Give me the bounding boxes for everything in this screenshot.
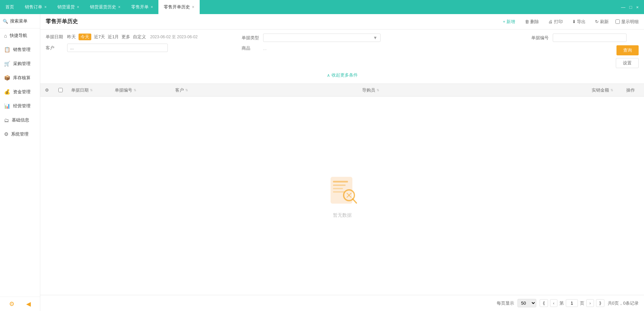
- th-guide-sort-icon: ⇅: [377, 88, 379, 92]
- th-checkbox[interactable]: [54, 85, 67, 95]
- tab-retail-open[interactable]: 零售开单 ×: [126, 0, 158, 14]
- per-page-select[interactable]: 50 10 20 100: [517, 299, 536, 307]
- sidebar-item-system[interactable]: ⚙ 系统管理: [0, 127, 40, 141]
- basic-info-icon: 🗂: [4, 117, 9, 123]
- svg-rect-1: [333, 181, 348, 183]
- bill-type-select[interactable]: ▼: [263, 34, 381, 42]
- sidebar-item-sales-mgmt[interactable]: 📋 销售管理: [0, 43, 40, 57]
- page-first-btn[interactable]: ⟪: [540, 299, 548, 307]
- th-customer-sort-icon: ⇅: [185, 88, 188, 92]
- svg-rect-2: [333, 185, 346, 186]
- sidebar-collapse-btn[interactable]: ◀: [26, 300, 31, 308]
- refresh-button[interactable]: ↻ 刷新: [592, 17, 611, 26]
- sidebar-item-sales-mgmt-label: 销售管理: [13, 47, 31, 53]
- sidebar-item-purchase-mgmt[interactable]: 🛒 采购管理: [0, 57, 40, 71]
- tab-sales-order[interactable]: 销售订单 ×: [19, 0, 52, 14]
- bill-type-label: 单据类型: [242, 35, 260, 41]
- sidebar-item-finance[interactable]: 💰 资金管理: [0, 85, 40, 99]
- date-opt-today[interactable]: 今天: [79, 34, 91, 40]
- page-next-btn[interactable]: ›: [586, 299, 594, 307]
- date-opt-7days[interactable]: 近7天: [94, 34, 105, 40]
- sidebar-settings-btn[interactable]: ⚙: [9, 300, 14, 308]
- date-filter-label: 单据日期: [46, 34, 64, 40]
- tab-sales-return-history[interactable]: 销货退货历史 ×: [85, 0, 126, 14]
- sidebar-item-system-label: 系统管理: [11, 131, 29, 137]
- tab-sales-return-close[interactable]: ×: [77, 5, 79, 9]
- sidebar-item-basic-info[interactable]: 🗂 基础信息: [0, 113, 40, 127]
- th-op-label: 操作: [626, 87, 635, 93]
- content: 零售开单历史 + 新增 🗑 删除 🖨 打印 ⬇ 导出 ↻ 刷新 显示明细: [40, 14, 644, 311]
- print-button[interactable]: 🖨 打印: [546, 17, 565, 26]
- delete-button[interactable]: 🗑 删除: [522, 17, 542, 26]
- customer-filter-row: 客户: [46, 44, 234, 52]
- settings-button[interactable]: 设置: [616, 58, 639, 68]
- sidebar-item-quick-nav[interactable]: ⌂ 快捷导航: [0, 29, 40, 43]
- tab-retail-history[interactable]: 零售开单历史 ×: [158, 0, 200, 14]
- empty-state: 暂无数据: [40, 97, 644, 295]
- th-date-sort-icon: ⇅: [90, 88, 93, 92]
- tab-sales-order-close[interactable]: ×: [44, 5, 47, 9]
- page-last-btn[interactable]: ⟫: [596, 299, 604, 307]
- tab-home[interactable]: 首页: [0, 0, 19, 14]
- table-settings-icon: ⚙: [45, 88, 49, 93]
- th-customer[interactable]: 客户 ⇅: [171, 85, 358, 96]
- window-maximize-btn[interactable]: □: [630, 5, 632, 10]
- date-opt-yesterday[interactable]: 昨天: [67, 34, 76, 40]
- main-layout: 🔍 搜索菜单 ⌂ 快捷导航 📋 销售管理 🛒 采购管理 📦 库存核算 💰 资金管…: [0, 14, 644, 311]
- export-button[interactable]: ⬇ 导出: [569, 17, 589, 26]
- bill-no-label: 单据编号: [531, 35, 550, 41]
- window-minimize-btn[interactable]: —: [621, 5, 626, 10]
- collapse-label: 收起更多条件: [332, 72, 358, 78]
- add-button[interactable]: + 新增: [500, 17, 518, 26]
- page-num-input[interactable]: [566, 299, 578, 307]
- th-settings[interactable]: ⚙: [40, 85, 54, 95]
- sidebar: 🔍 搜索菜单 ⌂ 快捷导航 📋 销售管理 🛒 采购管理 📦 库存核算 💰 资金管…: [0, 14, 40, 311]
- tab-retail-history-close[interactable]: ×: [192, 5, 194, 9]
- sidebar-item-quick-nav-label: 快捷导航: [10, 33, 27, 39]
- product-filter-label: 商品: [242, 45, 260, 51]
- product-filter-row: 商品 ...: [242, 45, 523, 51]
- tab-sales-return-history-close[interactable]: ×: [118, 5, 120, 9]
- finance-icon: 💰: [4, 89, 10, 95]
- customer-input[interactable]: [67, 44, 168, 52]
- th-guide[interactable]: 导购员 ⇅: [358, 85, 398, 96]
- show-detail-checkbox[interactable]: 显示明细: [615, 19, 639, 25]
- show-detail-label: 显示明细: [621, 19, 639, 25]
- bill-no-input[interactable]: [553, 34, 627, 42]
- svg-rect-3: [333, 188, 343, 189]
- th-amount[interactable]: 实销金额 ⇅: [577, 85, 617, 96]
- select-all-checkbox[interactable]: [58, 88, 63, 92]
- tab-retail-open-close[interactable]: ×: [151, 5, 153, 9]
- operations-icon: 📊: [4, 103, 10, 109]
- date-opt-more[interactable]: 更多: [121, 34, 130, 40]
- th-date[interactable]: 单据日期 ⇅: [67, 85, 111, 96]
- sidebar-item-operations-label: 经营管理: [13, 103, 31, 109]
- window-close-btn[interactable]: ×: [636, 5, 639, 10]
- th-date-label: 单据日期: [71, 87, 89, 93]
- quick-nav-icon: ⌂: [4, 33, 7, 39]
- bill-type-filter-row: 单据类型 ▼: [242, 34, 523, 42]
- sales-mgmt-icon: 📋: [4, 47, 10, 53]
- query-button[interactable]: 查询: [616, 45, 639, 55]
- sidebar-item-inventory-label: 库存核算: [13, 75, 31, 81]
- sidebar-item-inventory[interactable]: 📦 库存核算: [0, 71, 40, 85]
- inventory-icon: 📦: [4, 75, 10, 81]
- table-area: ⚙ 单据日期 ⇅ 单据编号 ⇅ 客户 ⇅ 导购员: [40, 84, 644, 295]
- date-options: 昨天 今天 近7天 近1月 更多 自定义 2023-06-02 至 2023-0…: [67, 34, 198, 40]
- date-opt-1month[interactable]: 近1月: [108, 34, 119, 40]
- svg-line-6: [353, 199, 356, 203]
- show-detail-input[interactable]: [615, 19, 620, 24]
- header-actions: + 新增 🗑 删除 🖨 打印 ⬇ 导出 ↻ 刷新 显示明细: [500, 17, 639, 26]
- th-order-no[interactable]: 单据编号 ⇅: [111, 85, 171, 96]
- tab-sales-return[interactable]: 销货退货 ×: [52, 0, 85, 14]
- page-prev-btn[interactable]: ‹: [550, 299, 557, 307]
- product-input[interactable]: ...: [263, 46, 267, 51]
- collapse-btn[interactable]: ∧ 收起更多条件: [46, 71, 639, 80]
- sidebar-bottom: ⚙ ◀: [0, 297, 40, 311]
- sidebar-item-operations[interactable]: 📊 经营管理: [0, 99, 40, 113]
- search-icon: 🔍: [3, 19, 8, 24]
- date-opt-custom[interactable]: 自定义: [133, 34, 146, 40]
- tab-retail-open-label: 零售开单: [131, 4, 149, 10]
- sidebar-search[interactable]: 🔍 搜索菜单: [0, 14, 40, 29]
- th-customer-label: 客户: [175, 87, 184, 93]
